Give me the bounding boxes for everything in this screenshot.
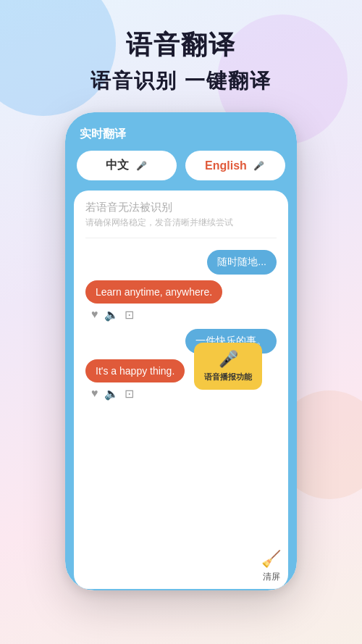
- message-row-1: 随时随地...: [85, 250, 277, 275]
- clear-screen-icon: 🧹: [261, 550, 281, 569]
- tooltip-mic-icon: 🎤: [219, 350, 238, 369]
- copy-icon-1[interactable]: ⊡: [125, 308, 134, 322]
- tooltip-popup: 🎤 语音播报功能: [194, 343, 262, 390]
- heart-icon-2[interactable]: ♥: [91, 387, 98, 401]
- msg-bubble-english-2: It's a happy thing.: [85, 359, 185, 382]
- page-header: 语音翻译 语音识别 一键翻译: [0, 0, 362, 95]
- msg-bubble-english-1: Learn anytime, anywhere.: [85, 280, 222, 304]
- msg-actions-1: ♥ 🔈 ⊡: [85, 306, 140, 323]
- phone-mockup: 实时翻译 中文 🎤 English 🎤 若语音无法被识别 请确保网络稳定，发音: [65, 112, 297, 590]
- msg-actions-2: ♥ 🔈 ⊡: [85, 385, 140, 402]
- recognition-main-text: 若语音无法被识别: [85, 201, 277, 214]
- tooltip-label: 语音播报功能: [204, 372, 252, 382]
- speaker-icon-1[interactable]: 🔈: [104, 308, 119, 322]
- lang-english-btn[interactable]: English 🎤: [185, 151, 285, 180]
- speaker-icon-2[interactable]: 🔈: [104, 387, 119, 401]
- copy-icon-2[interactable]: ⊡: [125, 387, 134, 401]
- mic-chinese-icon: 🎤: [135, 159, 148, 172]
- main-title: 语音翻译: [0, 28, 362, 63]
- recognition-sub-text: 请确保网络稳定，发音清晰并继续尝试: [85, 217, 277, 229]
- message-row-2: Learn anytime, anywhere. ♥ 🔈 ⊡: [85, 280, 277, 323]
- phone-shell: 实时翻译 中文 🎤 English 🎤 若语音无法被识别 请确保网络稳定，发音: [65, 112, 297, 590]
- app-title: 实时翻译: [80, 127, 126, 140]
- sub-title: 语音识别 一键翻译: [0, 67, 362, 95]
- clear-screen-label: 清屏: [263, 571, 280, 583]
- lang-english-label: English: [205, 159, 247, 172]
- clear-screen-btn[interactable]: 🧹 清屏: [261, 550, 281, 583]
- lang-chinese-btn[interactable]: 中文 🎤: [77, 151, 177, 180]
- divider: [85, 238, 277, 238]
- recognition-area: 若语音无法被识别 请确保网络稳定，发音清晰并继续尝试: [85, 201, 277, 229]
- language-toggle-row: 中文 🎤 English 🎤: [65, 151, 297, 180]
- translation-card: 若语音无法被识别 请确保网络稳定，发音清晰并继续尝试 随时随地...: [74, 191, 288, 589]
- msg-bubble-chinese-1: 随时随地...: [207, 250, 277, 275]
- app-screen: 实时翻译 中文 🎤 English 🎤 若语音无法被识别 请确保网络稳定，发音: [65, 112, 297, 590]
- lang-chinese-label: 中文: [106, 158, 129, 173]
- app-header: 实时翻译: [65, 112, 297, 151]
- mic-english-icon: 🎤: [253, 159, 266, 172]
- heart-icon-1[interactable]: ♥: [91, 308, 98, 322]
